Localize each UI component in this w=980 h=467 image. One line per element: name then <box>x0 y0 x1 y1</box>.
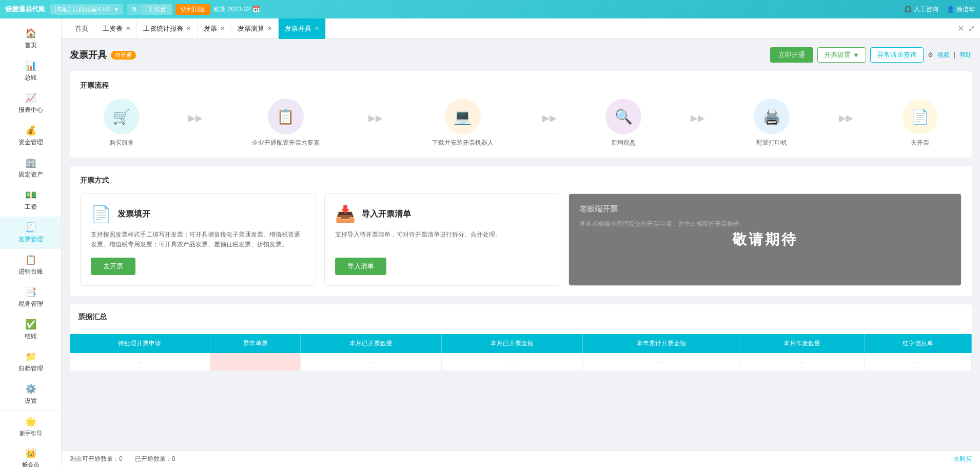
tab-home[interactable]: 首页 <box>67 18 96 39</box>
chevron-down-icon: ▼ <box>114 7 119 12</box>
exception-query-btn[interactable]: 异常清单查询 <box>870 47 924 63</box>
sidebar-item-assets[interactable]: 🏢 固定资产 <box>0 152 61 184</box>
top-bar: 畅捷通易代账 (勾勒) 江西服室-LSS ▼ ⧉ 工作台 切到旧版 账期 202… <box>0 0 980 18</box>
sidebar-label-tax: 税务管理 <box>18 300 43 308</box>
company-selector[interactable]: (勾勒) 江西服室-LSS ▼ <box>50 4 123 15</box>
funds-icon: 💰 <box>25 125 36 136</box>
user-area[interactable]: 👤 徐洁华 <box>947 5 975 14</box>
sidebar-item-payroll[interactable]: 💵 工资 <box>0 184 61 217</box>
tab-invoice-issue-label: 发票开具 <box>285 24 311 33</box>
flow-arrow-0: ▶▶ <box>188 112 203 134</box>
tab-invoice-issue-close[interactable]: ✕ <box>315 25 319 32</box>
summary-cell-4: -- <box>582 353 740 371</box>
method-card-import-desc: 支持导入待开票清单，可对待开票清单进行拆分、合并处理。 <box>335 230 550 249</box>
member-icon: 👑 <box>25 447 36 459</box>
tab-collapse-icon[interactable]: ✕ <box>957 24 964 33</box>
tab-invoice-close[interactable]: ✕ <box>220 25 225 32</box>
tab-invoice[interactable]: 发票 ✕ <box>198 18 231 39</box>
tab-payroll-report[interactable]: 工资统计报表 ✕ <box>137 18 198 39</box>
tab-invoice-label: 发票 <box>204 24 217 33</box>
switch-version-btn[interactable]: 切到旧版 <box>175 4 210 15</box>
copy-icon-btn[interactable]: ⧉ <box>127 4 142 15</box>
sidebar-item-member[interactable]: 👑 畅会员 <box>0 442 61 467</box>
top-bar-icons: ⧉ <box>127 4 142 15</box>
archive-icon: 📁 <box>25 351 36 362</box>
sidebar-item-invoice[interactable]: 🧾 发票管理 <box>0 217 61 249</box>
summary-cell-2: -- <box>301 353 442 371</box>
sidebar: 🏠 首页 📊 总账 📈 报表中心 💰 资金管理 🏢 固定资产 💵 工资 🧾 发票… <box>0 18 62 467</box>
import-list-btn[interactable]: 导入清单 <box>335 258 386 275</box>
flow-icon-5: 📄 <box>902 99 938 134</box>
tab-payroll-close[interactable]: ✕ <box>126 25 130 32</box>
go-buy-link[interactable]: 去购买 <box>953 455 972 463</box>
method-card-import: 📥 导入开票清单 支持导入待开票清单，可对待开票清单进行拆分、合并处理。 导入清… <box>324 193 560 286</box>
service-label: 人工咨询 <box>914 5 938 14</box>
sidebar-label-funds: 资金管理 <box>18 138 43 147</box>
method-card-manual-icon: 📄 <box>91 204 111 224</box>
flow-steps: 🛒 购买服务 ▶▶ 📋 企业开通配置开票六要素 ▶▶ 💻 下载并安装开票机器人 … <box>80 99 962 147</box>
payroll-icon: 💵 <box>25 189 36 201</box>
sidebar-bottom: 🌟 新手引导 👑 畅会员 📌 取消固定 <box>0 411 61 467</box>
tab-expand-icon[interactable]: ⤢ <box>968 24 975 33</box>
flow-step-4: 🖨️ 配置打印机 <box>754 99 790 147</box>
tab-invoice-issue[interactable]: 发票开具 ✕ <box>279 18 326 39</box>
sidebar-label-ledger: 总账 <box>25 73 37 82</box>
method-title: 开票方式 <box>80 176 962 185</box>
ledger-icon: 📊 <box>25 60 36 71</box>
chevron-down-icon: ▼ <box>853 51 859 59</box>
sidebar-item-tax[interactable]: 📑 税务管理 <box>0 281 61 314</box>
tab-payroll-label: 工资表 <box>103 24 123 33</box>
help-link[interactable]: 帮助 <box>959 51 972 60</box>
purchase-sales-icon: 📋 <box>25 254 36 265</box>
immediate-open-btn[interactable]: 立即开通 <box>770 47 813 63</box>
headphone-icon: 🎧 <box>904 6 912 13</box>
bottom-bar: 剩余可开通数量：0 已开通数量：0 去购买 <box>62 451 980 467</box>
summary-header-0: 待处理开票申请 <box>70 334 210 353</box>
flow-arrow-1: ▶▶ <box>368 112 383 134</box>
tab-invoice-calc[interactable]: 发票测算 ✕ <box>231 18 279 39</box>
sidebar-item-settlement[interactable]: ✅ 结账 <box>0 314 61 346</box>
status-badge: 待开通 <box>111 51 136 60</box>
sidebar-item-purchase-sales[interactable]: 📋 进销台账 <box>0 249 61 281</box>
go-invoice-btn[interactable]: 去开票 <box>91 258 135 275</box>
sidebar-label-settlement: 结账 <box>25 332 37 341</box>
calendar-icon[interactable]: 📅 <box>252 6 260 13</box>
sidebar-item-guide[interactable]: 🌟 新手引导 <box>0 411 61 442</box>
summary-header-2: 本月已开票数量 <box>301 334 442 353</box>
page-title: 发票开具 <box>70 49 107 61</box>
flow-step-3: 🔍 新增税盘 <box>605 99 641 147</box>
home-icon: 🏠 <box>25 28 36 39</box>
flow-step-0: 🛒 购买服务 <box>104 99 140 147</box>
method-card-manual-desc: 支持按照发票样式手工填写开发票；可开具增值税电子普通发票、增值税普通发票、增值税… <box>91 230 305 249</box>
sidebar-item-archive[interactable]: 📁 归档管理 <box>0 346 61 378</box>
flow-label-1: 企业开通配置开票六要素 <box>252 139 320 147</box>
tab-invoice-calc-close[interactable]: ✕ <box>267 25 272 32</box>
summary-cell-5: -- <box>740 353 864 371</box>
tab-payroll[interactable]: 工资表 ✕ <box>96 18 137 39</box>
open-settings-btn[interactable]: 开票设置 ▼ <box>817 47 866 63</box>
tab-payroll-report-close[interactable]: ✕ <box>186 25 191 32</box>
coming-soon-overlay: 敬请期待 <box>569 194 961 285</box>
summary-header-6: 红字信息单 <box>864 334 971 353</box>
method-cards: 📄 发票填开 支持按照发票样式手工填写开发票；可开具增值税电子普通发票、增值税普… <box>80 193 962 286</box>
workbench-btn[interactable]: 工作台 <box>142 4 172 15</box>
summary-row: -- -- -- -- -- -- -- <box>70 353 972 371</box>
flow-icon-0: 🛒 <box>104 99 140 134</box>
settings-icon: ⚙️ <box>25 383 36 395</box>
sidebar-item-reports[interactable]: 📈 报表中心 <box>0 87 61 120</box>
method-card-manual-title: 发票填开 <box>117 209 150 220</box>
sidebar-item-settings[interactable]: ⚙️ 设置 <box>0 378 61 411</box>
service-btn[interactable]: 🎧 人工咨询 <box>904 5 938 14</box>
flow-label-5: 去开票 <box>911 139 929 147</box>
sidebar-label-assets: 固定资产 <box>18 170 43 179</box>
flow-label-2: 下载并安装开票机器人 <box>432 139 494 147</box>
summary-cell-0: -- <box>70 353 210 371</box>
tax-icon: 📑 <box>25 286 36 298</box>
summary-title: 票据汇总 <box>78 313 964 322</box>
main-layout: 🏠 首页 📊 总账 📈 报表中心 💰 资金管理 🏢 固定资产 💵 工资 🧾 发票… <box>0 18 980 467</box>
video-help-link[interactable]: 视频 <box>937 51 950 60</box>
sidebar-item-ledger[interactable]: 📊 总账 <box>0 55 61 87</box>
sidebar-item-funds[interactable]: 💰 资金管理 <box>0 120 61 152</box>
sidebar-item-home[interactable]: 🏠 首页 <box>0 23 61 55</box>
summary-section: 票据汇总 待处理开票申请 异常单票 本月已开票数量 本月已开票金额 本年累计开票… <box>70 304 972 371</box>
